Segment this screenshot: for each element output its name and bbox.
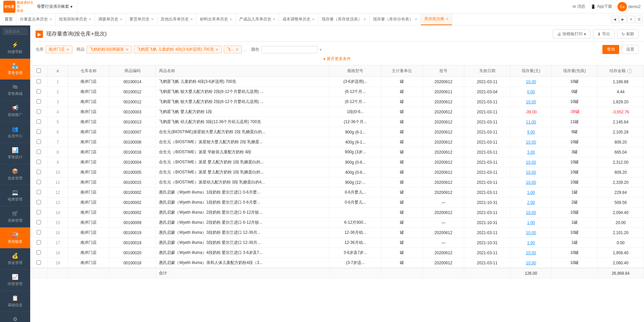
sidebar-item-ecommerce[interactable]: 💻 电商管理	[0, 185, 30, 206]
tab-home[interactable]: 首页	[1, 13, 16, 25]
row-select-checkbox[interactable]	[37, 150, 41, 154]
setting-btn[interactable]: 设置	[622, 45, 639, 54]
sidebar-item-inventory[interactable]: 🏭 库存核算	[0, 227, 30, 249]
tab-material-out[interactable]: 材料出库单历史 ✕	[197, 13, 236, 25]
search-input[interactable]	[3, 28, 28, 35]
select-all-checkbox[interactable]	[37, 68, 41, 73]
query-btn[interactable]: 查询	[602, 45, 619, 54]
tab-cost-adjust[interactable]: 成本调整单历史 ✕	[279, 13, 318, 25]
tab-product-in[interactable]: 产成品入库单历史 ✕	[236, 13, 279, 25]
refresh-btn[interactable]: ↻ 刷新	[617, 30, 639, 39]
tab-stock-status[interactable]: 现存量（库存状况表） ✕	[318, 13, 370, 25]
sidebar-item-basic[interactable]: 📋 基础信息	[0, 291, 30, 312]
product-tag2-close[interactable]: ✕	[215, 47, 219, 52]
expand-filter-btn[interactable]: ▶	[36, 31, 43, 38]
tab-close-icon[interactable]: ✕	[446, 17, 448, 21]
tab-request[interactable]: 要货单历史 ✕	[126, 13, 157, 25]
row-stock1[interactable]: -39.00	[511, 107, 552, 117]
row-select-checkbox[interactable]	[37, 180, 41, 184]
row-stock1[interactable]: 10.00	[511, 157, 552, 167]
row-select-checkbox[interactable]	[37, 260, 41, 265]
sidebar-item-operations[interactable]: 📈 经营管理	[0, 270, 30, 291]
tab-batch-voucher[interactable]: 库存批次账 ✕	[421, 13, 452, 25]
row-stock1[interactable]: 9.00	[511, 127, 552, 137]
row-select-checkbox[interactable]	[37, 210, 41, 214]
product-filter-dots[interactable]: ...	[244, 47, 247, 52]
product-tag1-close[interactable]: ✕	[125, 47, 129, 52]
sidebar-item-shortcut[interactable]: ⚡ 快捷导航	[0, 38, 30, 59]
row-select-checkbox[interactable]	[37, 200, 41, 204]
tab-close-icon[interactable]: ✕	[229, 17, 232, 21]
tab-close-icon[interactable]: ✕	[120, 17, 122, 21]
sidebar-item-system[interactable]: ⚙ 系统管理	[0, 312, 30, 322]
filter-expand-btn[interactable]: ▾ 展开更多条件	[36, 56, 639, 62]
product-tag-1[interactable]: 飞鹤奶粉3段两罐装 ✕	[87, 46, 132, 53]
row-stock1[interactable]: 10.00	[511, 167, 552, 177]
tab-next-btn[interactable]: ▶	[619, 16, 627, 23]
row-stock1[interactable]: 10.00	[511, 137, 552, 147]
row-select-checkbox[interactable]	[37, 119, 41, 124]
row-stock1[interactable]: 1.00	[511, 238, 552, 248]
row-stock1[interactable]: 10.00	[511, 97, 552, 107]
tab-menu-btn[interactable]: ☰	[635, 16, 643, 23]
row-stock1[interactable]: 2.00	[511, 198, 552, 208]
color-filter-input[interactable]	[261, 46, 318, 53]
color-filter-dropdown-icon[interactable]: ▾	[320, 47, 322, 52]
print-btn[interactable]: 🖨 按模板打印 ▾	[553, 30, 590, 39]
tab-stock-dist[interactable]: 现存量（库存分布表） ✕	[370, 13, 421, 25]
row-select-checkbox[interactable]	[37, 160, 41, 164]
row-select-checkbox[interactable]	[37, 240, 41, 245]
sidebar-item-retail[interactable]: 🏪 零售管理	[0, 59, 30, 80]
tab-close-icon[interactable]: ✕	[415, 17, 417, 21]
row-select-checkbox[interactable]	[37, 109, 41, 114]
tab-close-icon[interactable]: ✕	[151, 17, 154, 21]
app-download-btn[interactable]: 📱 App下载	[591, 4, 612, 9]
row-select-checkbox[interactable]	[37, 79, 41, 84]
tab-close-icon[interactable]: ✕	[190, 17, 193, 21]
product-tag3-close[interactable]: ✕	[235, 47, 239, 52]
row-select-checkbox[interactable]	[37, 220, 41, 224]
warehouse-tag[interactable]: 南岸门店 ✕	[46, 46, 72, 53]
row-stock1[interactable]: 10.00	[511, 248, 552, 258]
tab-close-icon[interactable]: ✕	[363, 17, 366, 21]
sidebar-item-marketing[interactable]: 📢 营销推广	[0, 101, 30, 122]
sidebar-item-purchase[interactable]: 🛒 采购管理	[0, 206, 30, 227]
tab-close-icon[interactable]: ✕	[273, 17, 275, 21]
row-select-checkbox[interactable]	[37, 170, 41, 174]
row-stock1[interactable]: 10.00	[511, 77, 552, 87]
row-select-checkbox[interactable]	[37, 89, 41, 94]
tab-transfer[interactable]: 调拨单历史 ✕	[95, 13, 126, 25]
org-selector[interactable]: 母婴行业演示账套 ▾	[34, 0, 77, 13]
messages-btn[interactable]: ✉ 消息	[573, 4, 585, 9]
row-stock1[interactable]: 1.00	[511, 218, 552, 228]
row-select-checkbox[interactable]	[37, 250, 41, 255]
tab-disassemble[interactable]: 组装拆卸单历史 ✕	[56, 13, 95, 25]
row-stock1[interactable]: 10.00	[511, 258, 552, 268]
row-stock1[interactable]: 3.00	[511, 147, 552, 157]
row-stock1[interactable]: 1.00	[511, 187, 552, 198]
tab-close-icon[interactable]: ✕	[89, 17, 91, 21]
warehouse-tag-close[interactable]: ✕	[66, 47, 69, 52]
product-tag-3[interactable]: 飞... ✕	[224, 46, 242, 53]
row-stock1[interactable]: 11.00	[511, 117, 552, 127]
sidebar-item-retail-mall[interactable]: 🛍 零售商城	[0, 80, 30, 101]
sidebar-item-member[interactable]: 👥 会员中心	[0, 122, 30, 143]
row-stock1[interactable]: 10.00	[511, 208, 552, 218]
balance-info-icon[interactable]: i	[627, 69, 632, 73]
user-menu[interactable]: Ea demo2	[618, 2, 641, 11]
row-stock1[interactable]: 10.00	[511, 177, 552, 187]
tab-prev-btn[interactable]: ◀	[611, 16, 619, 23]
sidebar-item-finance[interactable]: 💰 资金管理	[0, 249, 30, 270]
row-select-checkbox[interactable]	[37, 230, 41, 234]
tab-close-all-btn[interactable]: ✕	[627, 16, 635, 23]
row-stock1[interactable]: 0.00	[511, 87, 552, 97]
row-select-checkbox[interactable]	[37, 99, 41, 104]
row-stock1[interactable]: 10.00	[511, 228, 552, 238]
row-select-checkbox[interactable]	[37, 140, 41, 144]
tab-close-icon[interactable]: ✕	[49, 17, 52, 21]
export-btn[interactable]: ⬇ 导出	[593, 30, 614, 39]
product-tag-2[interactable]: 飞鹤星飞帆 儿童奶粉 4段(3-6岁适用) 700克 ✕	[134, 46, 222, 53]
tab-close-icon[interactable]: ✕	[312, 17, 315, 21]
tab-other-out[interactable]: 其他出库单历史 ✕	[157, 13, 197, 25]
tab-split-inventory[interactable]: 分量盘点单历史 ✕	[16, 13, 56, 25]
